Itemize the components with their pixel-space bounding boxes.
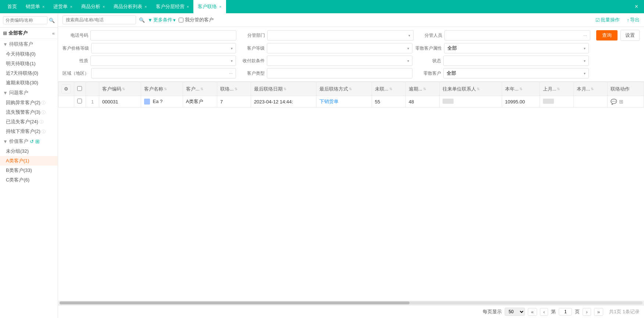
- global-close-btn[interactable]: ×: [632, 3, 641, 10]
- query-btn[interactable]: 查询: [596, 30, 618, 40]
- col-last-method-sort-icon[interactable]: ⇅: [349, 87, 352, 91]
- filter-bar: 🔍 ▼ 更多条件 ▾ 我分管的客户 ☑ 批量操作 ↑ 导出: [58, 13, 644, 27]
- status-input[interactable]: ▾: [443, 56, 589, 66]
- prev-page-btn[interactable]: ‹: [540, 308, 548, 316]
- contact-count-value: 7: [220, 99, 223, 105]
- action-qr-icon[interactable]: ⊞: [619, 99, 623, 105]
- sidebar-search-input[interactable]: [3, 16, 47, 24]
- sidebar-item-today-pending[interactable]: 今天待联络(0): [0, 49, 58, 59]
- sidebar-search-icon[interactable]: 🔍: [49, 18, 55, 23]
- sidebar-item-7day-pending[interactable]: 近7天待联络(0): [0, 68, 58, 78]
- batch-ops-btn[interactable]: ☑ 批量操作: [595, 17, 620, 23]
- nav-home[interactable]: 首页: [3, 0, 21, 13]
- filter-more-btn[interactable]: ▼ 更多条件 ▾: [148, 17, 176, 23]
- sidebar-item-churn-warning[interactable]: 流失预警客户(3) ⓘ: [0, 107, 58, 117]
- retail-attr-label: 零散客户属性: [415, 45, 442, 52]
- page-label-2: 页: [575, 308, 580, 315]
- page-size-select[interactable]: 50 100: [505, 308, 525, 316]
- cell-this-year: 10995.00: [502, 96, 540, 107]
- price-grade-input[interactable]: ▾: [91, 43, 236, 53]
- col-this-year-sort-icon[interactable]: ⇅: [519, 87, 522, 91]
- sidebar-item-tomorrow-pending[interactable]: 明天待联络(1): [0, 59, 58, 68]
- cell-code: 000031: [99, 96, 141, 107]
- phone-input[interactable]: [90, 30, 236, 40]
- scrollbar-thumb[interactable]: [60, 301, 409, 304]
- sidebar-item-class-a[interactable]: A类客户(1): [0, 156, 58, 166]
- sidebar-item-churned[interactable]: 已流失客户(24) ⓘ: [0, 117, 58, 127]
- customer-grade-input[interactable]: ▾: [267, 43, 412, 53]
- first-page-btn[interactable]: «: [528, 308, 537, 316]
- col-this-month: 本月... ⇅: [573, 82, 607, 96]
- row-checkbox[interactable]: [77, 99, 82, 103]
- nav-product-list-label: 商品分析列表: [114, 3, 142, 10]
- nav-customer-contact-close[interactable]: ×: [219, 4, 221, 9]
- nav-purchase-close[interactable]: ×: [70, 4, 72, 9]
- nav-purchase[interactable]: 进货单 ×: [49, 0, 76, 13]
- filter-search-btn[interactable]: 🔍: [139, 17, 145, 23]
- col-this-month-sort-icon[interactable]: ⇅: [591, 87, 594, 91]
- nature-input[interactable]: ▾: [90, 56, 236, 66]
- export-btn[interactable]: ↑ 导出: [627, 17, 640, 23]
- col-type-sort-icon[interactable]: ⇅: [200, 87, 203, 91]
- settings-btn[interactable]: 设置: [620, 30, 640, 41]
- nav-sales[interactable]: 销货单 ×: [21, 0, 49, 13]
- my-customers-checkbox[interactable]: [179, 18, 183, 22]
- retail-customer-value: 全部: [447, 70, 456, 77]
- region-dots-icon: ···: [229, 71, 233, 76]
- filter-more-label: 更多条件: [153, 17, 172, 23]
- sidebar-group-value[interactable]: ▼ 价值客户 ↺ ⊞: [0, 136, 58, 146]
- sidebar-group-problem[interactable]: ▼ 问题客户: [0, 88, 58, 98]
- sidebar-collapse-btn[interactable]: «: [52, 31, 55, 36]
- sidebar-item-class-b[interactable]: B类客户(33): [0, 166, 58, 175]
- my-customers-checkbox-label[interactable]: 我分管的客户: [179, 17, 214, 23]
- col-contact-sort-icon[interactable]: ⇅: [235, 87, 237, 91]
- table-gear-btn[interactable]: ⚙: [61, 84, 71, 93]
- value-refresh-icon[interactable]: ↺: [30, 139, 34, 144]
- nav-product-list[interactable]: 商品分析列表 ×: [109, 0, 151, 13]
- person-input[interactable]: ···: [444, 30, 590, 40]
- customer-type-input[interactable]: [267, 68, 412, 78]
- payment-input[interactable]: ▾: [267, 56, 412, 66]
- nav-customer-contact[interactable]: 客户联络 ×: [193, 0, 226, 13]
- nav-product-analysis[interactable]: 商品分析 ×: [77, 0, 109, 13]
- nav-customer-seg[interactable]: 客户分层经营 ×: [151, 0, 193, 13]
- col-this-month-label: 本月...: [577, 86, 590, 92]
- page-input[interactable]: [559, 308, 572, 315]
- sidebar-all-customers-header[interactable]: ⊞ 全部客户 «: [0, 28, 58, 39]
- price-grade-label: 客户价格等级: [62, 45, 89, 52]
- action-chat-icon[interactable]: 💬: [611, 99, 617, 105]
- cell-contact-count: 7: [217, 96, 251, 107]
- sidebar-item-declining[interactable]: 持续下滑客户(2) ⓘ: [0, 127, 58, 136]
- sidebar-item-overdue-contact[interactable]: 逾期未联络(30): [0, 78, 58, 88]
- col-code-sort-icon[interactable]: ⇅: [122, 87, 125, 91]
- sidebar-item-ungrouped[interactable]: 未分组(32): [0, 146, 58, 156]
- retail-customer-input[interactable]: 全部 ▾: [443, 68, 589, 78]
- last-method-link[interactable]: 下销货单: [319, 99, 339, 104]
- retail-attr-input[interactable]: 全部 ▾: [444, 43, 589, 53]
- sidebar-item-class-c[interactable]: C类客户(6): [0, 175, 58, 185]
- next-page-btn[interactable]: ›: [583, 308, 591, 316]
- nav-sales-close[interactable]: ×: [42, 4, 44, 9]
- cell-this-month: [573, 96, 607, 107]
- select-all-checkbox[interactable]: [77, 86, 82, 91]
- filter-search-input[interactable]: [62, 15, 136, 24]
- value-add-icon[interactable]: ⊞: [35, 138, 40, 144]
- col-unit-contact-label: 往来单位联系人: [443, 86, 476, 92]
- nav-customer-seg-close[interactable]: ×: [187, 4, 189, 9]
- col-name-sort-icon[interactable]: ⇅: [164, 87, 167, 91]
- export-icon: ↑: [627, 17, 630, 23]
- col-last-date-sort-icon[interactable]: ⇅: [283, 87, 286, 91]
- col-overdue-sort-icon[interactable]: ⇅: [423, 87, 426, 91]
- scrollbar-track[interactable]: [60, 301, 643, 304]
- col-no-contact-sort-icon[interactable]: ⇅: [389, 87, 392, 91]
- dept-input[interactable]: ▾: [267, 30, 413, 40]
- sidebar-group-pending[interactable]: ▼ 待联络客户: [0, 39, 58, 49]
- nav-product-list-close[interactable]: ×: [144, 4, 147, 9]
- region-input[interactable]: ···: [91, 68, 236, 78]
- nav-product-analysis-close[interactable]: ×: [103, 4, 105, 9]
- sidebar-item-abnormal[interactable]: 回购异常客户(2) ⓘ: [0, 98, 58, 107]
- problem-arrow-icon: ▼: [3, 90, 8, 96]
- col-unit-contact-sort-icon[interactable]: ⇅: [477, 87, 480, 91]
- col-last-month-sort-icon[interactable]: ⇅: [557, 87, 560, 91]
- last-page-btn[interactable]: »: [594, 308, 603, 316]
